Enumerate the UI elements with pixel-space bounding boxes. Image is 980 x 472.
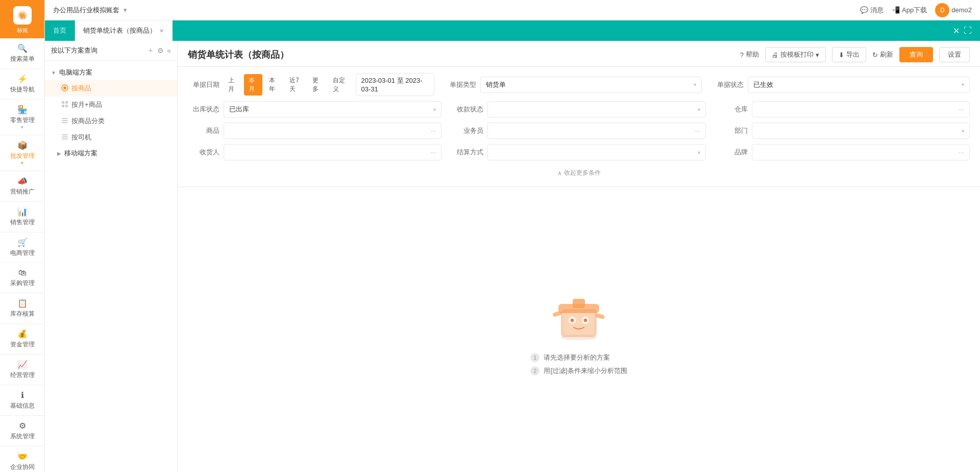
department-label: 部门 <box>716 126 752 135</box>
refresh-icon: ↻ <box>872 51 878 59</box>
tab-sales-stat[interactable]: 销货单统计表（按商品） ✕ <box>75 20 173 41</box>
product-field[interactable]: ··· <box>224 123 442 139</box>
sidebar-item-cooperation[interactable]: 🤝 企业协同 <box>0 446 44 472</box>
type-field[interactable]: 销货单 ▾ <box>480 77 702 93</box>
tree-group-mobile[interactable]: ▶ 移动端方案 <box>45 146 177 161</box>
main-data-area: 1 请先选择要分析的方案 2 用[过滤]条件来缩小分析范围 <box>178 187 980 472</box>
by-product-label: 按商品 <box>71 84 91 93</box>
add-scheme-btn[interactable]: ＋ <box>147 46 154 55</box>
sidebar-item-finance[interactable]: 💰 资金管理 <box>0 324 44 355</box>
svg-text:畅: 畅 <box>19 12 26 19</box>
sidebar-item-system[interactable]: ⚙ 系统管理 <box>0 416 44 446</box>
user-profile-btn[interactable]: D demo2 <box>935 3 972 17</box>
tree-item-by-category[interactable]: 按商品分类 <box>45 113 177 129</box>
department-field[interactable]: ▾ <box>752 123 970 139</box>
status-arrow-icon: ▾ <box>962 82 964 87</box>
status-value: 已生效 <box>753 80 962 89</box>
industry-label: 办公用品行业模拟账套 <box>53 6 119 15</box>
by-month-product-icon <box>61 101 68 109</box>
sidebar-logo[interactable]: 畅 标账 <box>0 0 44 38</box>
out-status-label: 出库状态 <box>188 105 224 114</box>
by-category-icon <box>61 117 68 126</box>
tip-1-text: 请先选择要分析的方案 <box>544 353 610 362</box>
salesperson-field[interactable]: ··· <box>487 123 705 139</box>
sidebar-item-ecommerce[interactable]: 🛒 电商管理 <box>0 232 44 263</box>
status-field[interactable]: 已生效 ▾ <box>748 77 970 93</box>
logo-icon: 畅 <box>13 6 32 25</box>
refresh-btn[interactable]: ↻ 刷新 <box>872 50 893 59</box>
retail-icon: 🏪 <box>17 105 28 114</box>
brand-dots-icon: ··· <box>958 148 964 156</box>
collapse-filter-label: 收起更多条件 <box>564 169 601 177</box>
date-btn-custom[interactable]: 自定义 <box>328 74 351 96</box>
sidebar-item-wholesale[interactable]: 📦 批发管理 ▾ <box>0 135 44 171</box>
date-btn-this-year[interactable]: 本年 <box>264 74 283 96</box>
left-panel: 按以下方案查询 ＋ ⚙ « ▼ 电脑端方案 <box>45 41 178 472</box>
status-label: 单据状态 <box>712 80 748 89</box>
date-btn-this-month[interactable]: 本月 <box>244 74 262 96</box>
tree-item-by-printer[interactable]: 按司机 <box>45 129 177 146</box>
receiver-label: 收货人 <box>188 148 224 157</box>
basic-icon: ℹ <box>21 390 24 400</box>
help-btn[interactable]: ? 帮助 <box>740 50 759 59</box>
topbar: 办公用品行业模拟账套 ▾ 💬 消息 📲 App下载 D demo2 <box>45 0 980 20</box>
sidebar-item-quick-nav[interactable]: ⚡ 快捷导航 <box>0 69 44 100</box>
print-arrow-icon: ▾ <box>816 51 819 59</box>
scheme-settings-btn[interactable]: ⚙ <box>157 46 164 55</box>
tree-item-by-month-product[interactable]: 按月+商品 <box>45 97 177 113</box>
empty-state: 1 请先选择要分析的方案 2 用[过滤]条件来缩小分析范围 <box>530 284 627 375</box>
collapse-filter-bar[interactable]: ∧ 收起更多条件 <box>188 166 970 180</box>
settlement-field[interactable]: ▾ <box>487 144 705 160</box>
sidebar-item-retail[interactable]: 🏪 零售管理 ▾ <box>0 100 44 135</box>
main-area: 办公用品行业模拟账套 ▾ 💬 消息 📲 App下载 D demo2 首页 <box>45 0 980 472</box>
out-status-field[interactable]: 已出库 ▾ <box>224 101 442 117</box>
export-btn[interactable]: ⬇ 导出 <box>832 47 866 62</box>
expand-tab-btn[interactable]: ⛶ <box>964 26 972 35</box>
cooperation-icon: 🤝 <box>17 452 28 461</box>
tab-home[interactable]: 首页 <box>45 20 75 41</box>
print-btn[interactable]: 🖨 按模板打印 ▾ <box>765 47 826 62</box>
receive-status-arrow-icon: ▾ <box>698 107 700 112</box>
filter-row-1: 单据日期 上月 本月 本年 近7天 更多 自定义 2023-03-01 至 20… <box>188 73 970 96</box>
message-btn[interactable]: 💬 消息 <box>860 6 884 15</box>
query-btn[interactable]: 查询 <box>899 47 933 62</box>
sidebar-item-inventory[interactable]: 📋 库存核算 <box>0 293 44 324</box>
page-title: 销货单统计表（按商品） <box>188 49 289 61</box>
warehouse-field[interactable]: ··· <box>752 101 970 117</box>
settings-btn[interactable]: 设置 <box>939 47 970 62</box>
industry-dropdown-icon[interactable]: ▾ <box>124 6 127 14</box>
date-btn-last-month[interactable]: 上月 <box>224 74 242 96</box>
empty-text: 1 请先选择要分析的方案 2 用[过滤]条件来缩小分析范围 <box>530 353 627 375</box>
receive-status-field[interactable]: ▾ <box>487 101 705 117</box>
close-tab-btn[interactable]: ✕ <box>953 26 960 36</box>
message-label: 消息 <box>870 6 884 15</box>
app-download-label: App下载 <box>902 6 927 15</box>
tab-actions: ✕ ⛶ <box>953 26 980 36</box>
sidebar-item-operation[interactable]: 📈 经营管理 <box>0 355 44 385</box>
brand-field[interactable]: ··· <box>752 144 970 160</box>
collapse-panel-btn[interactable]: « <box>167 46 171 55</box>
sidebar: 畅 标账 🔍 搜索菜单 ⚡ 快捷导航 🏪 零售管理 ▾ 📦 批发管理 ▾ 📣 营… <box>0 0 45 472</box>
tab-close-icon[interactable]: ✕ <box>159 28 164 34</box>
product-label: 商品 <box>188 126 224 135</box>
search-icon: 🔍 <box>17 43 28 53</box>
tree-group-pc[interactable]: ▼ 电脑端方案 <box>45 65 177 80</box>
brand-label: 品牌 <box>716 148 752 157</box>
date-label: 单据日期 <box>188 80 224 89</box>
date-range-field[interactable]: 2023-03-01 至 2023-03-31 <box>356 73 434 96</box>
app-download-btn[interactable]: 📲 App下载 <box>892 6 927 15</box>
sidebar-item-sales[interactable]: 📊 销售管理 <box>0 202 44 232</box>
sidebar-item-search[interactable]: 🔍 搜索菜单 <box>0 38 44 69</box>
sidebar-item-basic[interactable]: ℹ 基础信息 <box>0 385 44 416</box>
page-actions: ? 帮助 🖨 按模板打印 ▾ ⬇ 导出 ↻ 刷新 <box>740 47 970 62</box>
date-btn-more[interactable]: 更多 <box>308 74 326 96</box>
sidebar-item-purchase[interactable]: 🛍 采购管理 <box>0 263 44 293</box>
app-download-icon: 📲 <box>892 6 900 14</box>
tree-item-by-product[interactable]: 按商品 <box>45 80 177 97</box>
right-panel: 销货单统计表（按商品） ? 帮助 🖨 按模板打印 ▾ ⬇ 导出 <box>178 41 980 472</box>
date-btn-7days[interactable]: 近7天 <box>285 74 306 96</box>
svg-rect-6 <box>62 105 64 107</box>
receiver-field[interactable]: ··· <box>224 144 442 160</box>
sidebar-item-marketing[interactable]: 📣 营销推广 <box>0 171 44 202</box>
operation-icon: 📈 <box>17 360 28 369</box>
